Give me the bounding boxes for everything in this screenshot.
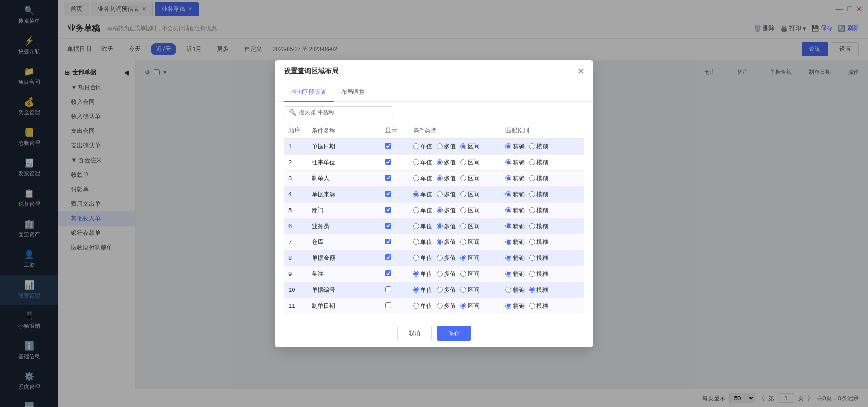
type-radio-item[interactable]: 多值 xyxy=(437,174,456,183)
type-radio-item[interactable]: 多值 xyxy=(437,206,456,214)
modal-table-container: 顺序 条件名称 显示 条件类型 匹配原则 1单据日期单值多值区间精确模糊2往来单… xyxy=(275,123,593,319)
show-checkbox[interactable] xyxy=(385,159,391,165)
table-row[interactable]: 5部门单值多值区间精确模糊 xyxy=(284,202,584,218)
show-checkbox[interactable] xyxy=(385,286,391,292)
match-radio-item[interactable]: 模糊 xyxy=(529,302,548,310)
match-radio-item[interactable]: 精确 xyxy=(505,270,525,278)
match-radio-item[interactable]: 模糊 xyxy=(529,190,548,198)
match-radio-item[interactable]: 模糊 xyxy=(529,286,548,294)
type-radio-item[interactable]: 多值 xyxy=(437,270,456,278)
cell-show xyxy=(381,266,409,282)
show-checkbox[interactable] xyxy=(385,175,391,181)
table-row[interactable]: 8单据金额单值多值区间精确模糊 xyxy=(284,250,584,266)
modal-close-button[interactable]: ✕ xyxy=(577,66,584,76)
match-radio-item[interactable]: 精确 xyxy=(505,142,525,151)
type-radio-item[interactable]: 区间 xyxy=(460,238,479,246)
match-radio-item[interactable]: 模糊 xyxy=(529,174,548,183)
search-input[interactable] xyxy=(299,109,388,116)
table-row[interactable]: 10单据编号单值多值区间精确模糊 xyxy=(284,282,584,298)
match-radio-item[interactable]: 精确 xyxy=(505,174,525,183)
type-radio-item[interactable]: 多值 xyxy=(437,286,456,294)
type-radio-item[interactable]: 单值 xyxy=(413,206,432,214)
save-button[interactable]: 保存 xyxy=(437,326,471,341)
table-row[interactable]: 1单据日期单值多值区间精确模糊 xyxy=(284,138,584,154)
match-radio-item[interactable]: 精确 xyxy=(505,222,525,230)
type-radio-item[interactable]: 单值 xyxy=(413,286,432,294)
match-radio-item[interactable]: 模糊 xyxy=(529,206,548,214)
cell-type: 单值多值区间 xyxy=(409,218,501,234)
type-radio-item[interactable]: 多值 xyxy=(437,254,456,262)
type-radio-item[interactable]: 区间 xyxy=(460,206,479,214)
table-row[interactable]: 6业务员单值多值区间精确模糊 xyxy=(284,218,584,234)
type-radio-item[interactable]: 多值 xyxy=(437,158,456,167)
type-radio-item[interactable]: 单值 xyxy=(413,254,432,262)
table-row[interactable]: 4单据来源单值多值区间精确模糊 xyxy=(284,186,584,202)
modal-tab-layout[interactable]: 布局调整 xyxy=(334,83,372,102)
cell-match: 精确模糊 xyxy=(501,250,584,266)
table-row[interactable]: 9备注单值多值区间精确模糊 xyxy=(284,266,584,282)
type-radio-item[interactable]: 区间 xyxy=(460,158,479,167)
type-radio-item[interactable]: 区间 xyxy=(460,270,479,278)
cell-show xyxy=(381,282,409,298)
type-radio-item[interactable]: 单值 xyxy=(413,222,432,230)
table-row[interactable]: 11制单日期单值多值区间精确模糊 xyxy=(284,298,584,314)
table-row[interactable]: 7仓库单值多值区间精确模糊 xyxy=(284,234,584,250)
show-checkbox[interactable] xyxy=(385,302,391,308)
show-checkbox[interactable] xyxy=(385,254,391,260)
type-radio-item[interactable]: 单值 xyxy=(413,158,432,167)
match-radio-item[interactable]: 精确 xyxy=(505,238,525,246)
match-radio-item[interactable]: 精确 xyxy=(505,206,525,214)
show-checkbox[interactable] xyxy=(385,223,391,229)
type-radio-item[interactable]: 多值 xyxy=(437,190,456,198)
type-radio-item[interactable]: 区间 xyxy=(460,302,479,310)
type-radio-item[interactable]: 多值 xyxy=(437,222,456,230)
type-radio-item[interactable]: 单值 xyxy=(413,142,432,151)
type-radio-item[interactable]: 区间 xyxy=(460,286,479,294)
modal-tab-fields[interactable]: 查询字段设置 xyxy=(284,83,334,102)
type-radio-item[interactable]: 多值 xyxy=(437,142,456,151)
search-box: 🔍 xyxy=(284,106,393,118)
match-radio-item[interactable]: 精确 xyxy=(505,190,525,198)
type-radio-item[interactable]: 区间 xyxy=(460,142,479,151)
match-radio-item[interactable]: 精确 xyxy=(505,158,525,167)
cell-match: 精确模糊 xyxy=(501,138,584,154)
type-radio-item[interactable]: 多值 xyxy=(437,302,456,310)
cell-type: 单值多值区间 xyxy=(409,234,501,250)
match-radio-item[interactable]: 模糊 xyxy=(529,158,548,167)
match-radio-item[interactable]: 精确 xyxy=(505,302,525,310)
cancel-button[interactable]: 取消 xyxy=(397,326,432,341)
type-radio-item[interactable]: 多值 xyxy=(437,238,456,246)
type-radio-item[interactable]: 单值 xyxy=(413,190,432,198)
modal-title: 设置查询区域布局 xyxy=(284,67,338,76)
match-radio-item[interactable]: 精确 xyxy=(505,254,525,262)
cell-name: 单据金额 xyxy=(307,250,381,266)
match-radio-item[interactable]: 模糊 xyxy=(529,142,548,151)
show-checkbox[interactable] xyxy=(385,191,391,197)
th-match: 匹配原则 xyxy=(501,123,584,139)
type-radio-item[interactable]: 单值 xyxy=(413,270,432,278)
match-radio-item[interactable]: 模糊 xyxy=(529,270,548,278)
type-radio-item[interactable]: 区间 xyxy=(460,190,479,198)
cell-match: 精确模糊 xyxy=(501,266,584,282)
type-radio-item[interactable]: 单值 xyxy=(413,174,432,183)
match-radio-item[interactable]: 模糊 xyxy=(529,254,548,262)
type-radio-item[interactable]: 单值 xyxy=(413,302,432,310)
match-radio-item[interactable]: 模糊 xyxy=(529,222,548,230)
match-radio-item[interactable]: 模糊 xyxy=(529,238,548,246)
cell-order: 1 xyxy=(284,138,307,154)
cell-show xyxy=(381,298,409,314)
cell-type: 单值多值区间 xyxy=(409,186,501,202)
show-checkbox[interactable] xyxy=(385,270,391,276)
conditions-table: 顺序 条件名称 显示 条件类型 匹配原则 1单据日期单值多值区间精确模糊2往来单… xyxy=(284,123,584,314)
show-checkbox[interactable] xyxy=(385,239,391,244)
show-checkbox[interactable] xyxy=(385,143,391,149)
type-radio-item[interactable]: 区间 xyxy=(460,222,479,230)
type-radio-item[interactable]: 区间 xyxy=(460,174,479,183)
table-row[interactable]: 3制单人单值多值区间精确模糊 xyxy=(284,170,584,186)
cell-show xyxy=(381,154,409,170)
match-radio-item[interactable]: 精确 xyxy=(505,286,525,294)
type-radio-item[interactable]: 区间 xyxy=(460,254,479,262)
table-row[interactable]: 2往来单位单值多值区间精确模糊 xyxy=(284,154,584,170)
type-radio-item[interactable]: 单值 xyxy=(413,238,432,246)
show-checkbox[interactable] xyxy=(385,207,391,213)
